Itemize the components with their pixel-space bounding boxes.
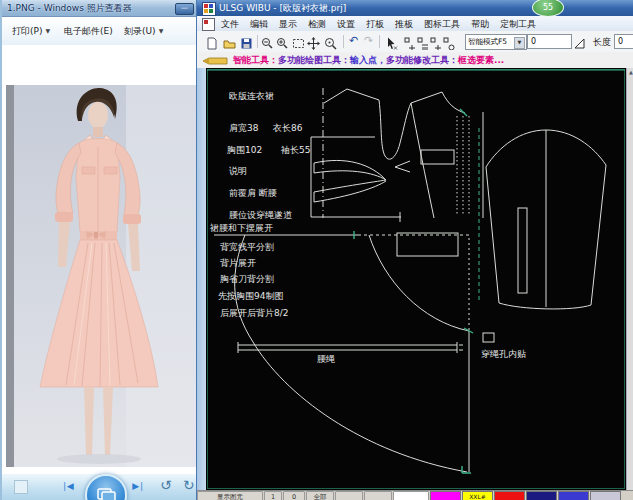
- mode-dropdown[interactable]: 智能模式F5 ▼: [465, 34, 527, 50]
- undo-icon[interactable]: ↶: [349, 34, 358, 47]
- statusbar-cell-0[interactable]: 显示图元: [197, 491, 263, 500]
- next-image-button[interactable]: ▶∣: [122, 481, 154, 491]
- print-button[interactable]: 打印(P)▼: [12, 25, 50, 38]
- menu-item-0[interactable]: 文件: [221, 18, 239, 31]
- burn-button[interactable]: 刻录(U)▼: [124, 25, 163, 38]
- zoom-all-icon[interactable]: [324, 35, 337, 48]
- menu-item-3[interactable]: 检测: [308, 18, 326, 31]
- ruler-icon[interactable]: [573, 35, 586, 48]
- cad-annotation: 穿绳孔内贴: [481, 349, 526, 359]
- previous-image-button[interactable]: ∣◀: [52, 481, 84, 491]
- statusbar-cell-2[interactable]: 0: [283, 491, 305, 500]
- pattern-drawing: 欧版连衣裙肩宽38衣长86胸围102袖长55说明前覆肩 断腰腰位设穿绳遂道裙腰和…: [206, 68, 626, 490]
- menu-items: 文件编辑显示检测设置打板推板图标工具帮助定制工具: [221, 18, 536, 31]
- rotate-ccw-button[interactable]: ↺: [160, 477, 172, 493]
- new-file-icon[interactable]: [205, 35, 218, 48]
- menu-item-6[interactable]: 推板: [395, 18, 413, 31]
- statusbar-cell-3[interactable]: 全部: [306, 491, 334, 500]
- cad-window: ULSG WIBU - [欧版衬衣裙.prj] 55 文件编辑显示检测设置打板推…: [196, 0, 633, 500]
- select-cursor-icon[interactable]: [385, 35, 398, 48]
- rotate-cw-button[interactable]: ↻: [183, 477, 195, 493]
- cad-annotation: 欧版连衣裙: [229, 91, 274, 101]
- point-tool-2-icon[interactable]: [417, 35, 430, 48]
- selection-marks: [354, 109, 479, 473]
- color-swatch-4[interactable]: [558, 491, 589, 500]
- scroll-up-icon[interactable]: ▲: [627, 68, 633, 76]
- hint-segment-1: 多功能绘图工具：: [278, 55, 350, 65]
- menu-item-1[interactable]: 编辑: [250, 18, 268, 31]
- cad-annotation: 袖长55: [280, 145, 310, 155]
- pencil-icon: [201, 55, 231, 67]
- photo-viewer-titlebar[interactable]: 1.PNG - Windows 照片查看器 —: [2, 0, 198, 17]
- cad-annotation: 肩宽38: [229, 123, 259, 133]
- document-icon: [202, 18, 215, 31]
- zoom-out-icon[interactable]: [261, 35, 274, 48]
- cad-annotation: 背宽线平分割: [220, 242, 274, 252]
- cad-frame: [197, 68, 206, 490]
- caret-down-icon: ▼: [514, 37, 525, 49]
- length-label: 长度: [593, 36, 611, 49]
- cad-annotation: 后展开后背片8/2: [220, 308, 288, 318]
- photo-viewer-title: 1.PNG - Windows 照片查看器: [7, 2, 132, 15]
- minimize-button[interactable]: —: [175, 3, 194, 15]
- cad-toolbar: ↶ ↷ 智能模式F5 ▼ 0 长度 0: [197, 31, 633, 53]
- menu-item-2[interactable]: 显示: [279, 18, 297, 31]
- color-swatch-0[interactable]: [430, 491, 461, 500]
- fit-to-window-icon[interactable]: [14, 480, 28, 494]
- cad-annotation: 衣长86: [272, 123, 303, 133]
- statusbar-cell-4[interactable]: [335, 491, 363, 500]
- color-swatch-5[interactable]: [590, 491, 621, 500]
- cad-annotation: 腰位设穿绳遂道: [229, 210, 292, 220]
- cad-titlebar[interactable]: ULSG WIBU - [欧版衬衣裙.prj]: [197, 0, 633, 16]
- statusbar-cell-1[interactable]: 1: [264, 491, 282, 500]
- hint-text: 智能工具：多功能绘图工具：输入点，多功能修改工具：框选要素...: [233, 54, 504, 67]
- statusbar-cell-5[interactable]: [364, 491, 392, 500]
- cad-annotation: 胸省刀背分割: [220, 274, 274, 284]
- menu-item-9[interactable]: 定制工具: [500, 18, 536, 31]
- photo-viewer-toolbar: 打印(P)▼ 电子邮件(E) 刻录(U)▼: [2, 17, 198, 46]
- cad-window-title: ULSG WIBU - [欧版衬衣裙.prj]: [219, 2, 346, 15]
- hint-segment-0: 智能工具：: [233, 55, 278, 65]
- cad-annotation: 先按胸围94制图: [218, 291, 283, 301]
- point-tool-1-icon[interactable]: [404, 35, 417, 48]
- color-swatch-2[interactable]: [494, 491, 525, 500]
- menu-item-5[interactable]: 打板: [366, 18, 384, 31]
- pan-icon[interactable]: [307, 35, 320, 48]
- length-input[interactable]: 0: [614, 34, 633, 49]
- caret-down-icon: ▼: [159, 27, 164, 34]
- redo-icon[interactable]: ↷: [364, 34, 373, 47]
- menu-item-8[interactable]: 帮助: [471, 18, 489, 31]
- photo-image: [6, 85, 196, 467]
- cad-annotation: 说明: [228, 166, 247, 176]
- photo-viewer-window: 1.PNG - Windows 照片查看器 — 打印(P)▼ 电子邮件(E) 刻…: [0, 0, 198, 500]
- cad-hintbar: 智能工具：多功能绘图工具：输入点，多功能修改工具：框选要素...: [197, 52, 633, 69]
- cad-annotation: 胸围102: [227, 145, 262, 155]
- email-button[interactable]: 电子邮件(E): [64, 25, 113, 38]
- statusbar-cell-6[interactable]: [393, 491, 429, 500]
- caret-down-icon: ▼: [45, 27, 50, 34]
- menu-item-7[interactable]: 图标工具: [424, 18, 460, 31]
- vertical-scrollbar[interactable]: ▲: [626, 68, 633, 490]
- color-swatch-3[interactable]: [526, 491, 557, 500]
- pattern-annotations: 欧版连衣裙肩宽38衣长86胸围102袖长55说明前覆肩 断腰腰位设穿绳遂道裙腰和…: [209, 91, 526, 364]
- screen: 1.PNG - Windows 照片查看器 — 打印(P)▼ 电子邮件(E) 刻…: [0, 0, 633, 500]
- color-swatch-1[interactable]: XXL#: [462, 491, 493, 500]
- point-tool-3-icon[interactable]: [430, 35, 443, 48]
- menu-item-4[interactable]: 设置: [337, 18, 355, 31]
- cad-app-icon: [202, 2, 216, 16]
- save-icon[interactable]: [240, 35, 253, 48]
- hint-segment-2: 输入点，: [350, 55, 386, 65]
- slideshow-button[interactable]: [85, 474, 127, 500]
- value-input[interactable]: 0: [527, 34, 572, 49]
- cad-annotation: 腰绳: [317, 354, 335, 364]
- cad-menubar: 文件编辑显示检测设置打板推板图标工具帮助定制工具: [197, 16, 633, 32]
- zoom-box-icon[interactable]: [292, 35, 305, 48]
- open-file-icon[interactable]: [223, 35, 236, 48]
- hint-segment-3: 多功能修改工具：: [386, 55, 458, 65]
- cad-canvas[interactable]: 欧版连衣裙肩宽38衣长86胸围102袖长55说明前覆肩 断腰腰位设穿绳遂道裙腰和…: [206, 68, 626, 490]
- zoom-in-icon[interactable]: [276, 35, 289, 48]
- dress-photo-illustration: [6, 85, 196, 467]
- point-tool-4-icon[interactable]: [443, 35, 456, 48]
- cad-annotation: 背片展开: [220, 258, 256, 268]
- cad-annotation: 前覆肩 断腰: [229, 188, 277, 198]
